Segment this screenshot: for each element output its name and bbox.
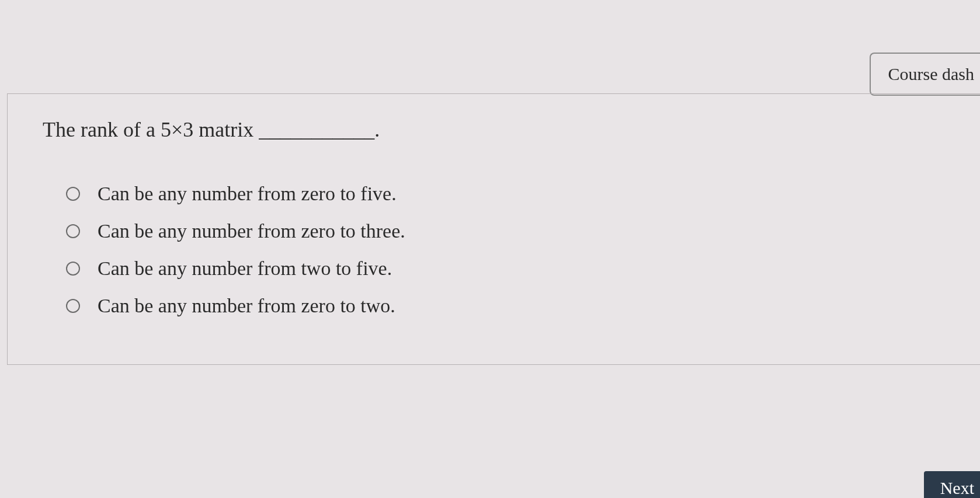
option-4[interactable]: Can be any number from zero to two. <box>66 295 945 317</box>
option-1[interactable]: Can be any number from zero to five. <box>66 183 945 205</box>
option-label: Can be any number from zero to five. <box>98 183 397 205</box>
course-dashboard-button[interactable]: Course dash <box>870 53 980 96</box>
question-text: The rank of a 5×3 matrix ___________. <box>43 117 945 142</box>
radio-icon <box>66 299 80 313</box>
option-2[interactable]: Can be any number from zero to three. <box>66 220 945 242</box>
next-button[interactable]: Next <box>924 471 980 498</box>
question-box: The rank of a 5×3 matrix ___________. Ca… <box>7 93 980 365</box>
radio-icon <box>66 224 80 238</box>
course-dashboard-label: Course dash <box>888 64 974 83</box>
option-label: Can be any number from zero to two. <box>98 295 395 317</box>
options-list: Can be any number from zero to five. Can… <box>43 183 945 317</box>
option-label: Can be any number from two to five. <box>98 257 392 280</box>
option-3[interactable]: Can be any number from two to five. <box>66 257 945 280</box>
option-label: Can be any number from zero to three. <box>98 220 405 242</box>
radio-icon <box>66 187 80 201</box>
radio-icon <box>66 262 80 276</box>
next-label: Next <box>940 478 974 497</box>
